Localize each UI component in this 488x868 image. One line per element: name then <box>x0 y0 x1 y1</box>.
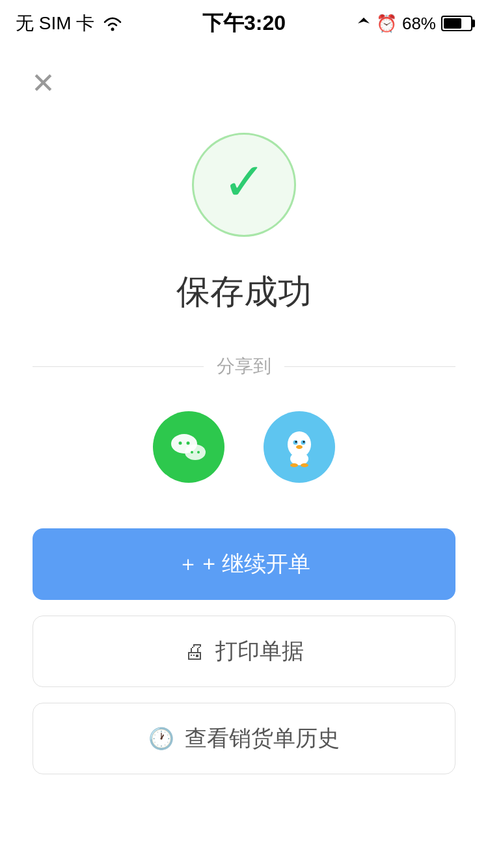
qq-icon <box>278 426 321 468</box>
svg-point-4 <box>186 441 189 444</box>
close-icon: ✕ <box>31 69 55 98</box>
qq-share-button[interactable] <box>264 411 335 483</box>
history-label: 查看销货单历史 <box>185 724 340 753</box>
status-time: 下午3:20 <box>202 9 286 38</box>
print-label: 打印单据 <box>215 636 304 666</box>
svg-point-2 <box>185 444 206 460</box>
history-button[interactable]: 🕐 查看销货单历史 <box>33 703 455 774</box>
share-divider: 分享到 <box>33 354 455 379</box>
battery-fill <box>444 18 461 29</box>
carrier-text: 无 SIM 卡 <box>16 11 94 36</box>
svg-point-14 <box>290 463 298 467</box>
wifi-icon <box>101 15 124 32</box>
main-content: ✓ 保存成功 分享到 <box>0 107 488 868</box>
action-buttons: ＋ + 继续开单 🖨 打印单据 🕐 查看销货单历史 <box>33 528 455 774</box>
close-button[interactable]: ✕ <box>20 60 66 107</box>
continue-label: + 继续开单 <box>202 549 310 579</box>
location-icon <box>357 16 371 31</box>
svg-point-11 <box>295 441 297 442</box>
share-label: 分享到 <box>217 354 271 379</box>
plus-icon: ＋ <box>178 550 198 578</box>
svg-point-8 <box>290 452 308 465</box>
wechat-icon <box>168 429 210 465</box>
status-right: ⏰ 68% <box>357 14 472 34</box>
alarm-icon: ⏰ <box>376 14 397 34</box>
print-icon: 🖨 <box>184 640 205 664</box>
share-icons <box>153 411 335 483</box>
wechat-share-button[interactable] <box>153 411 224 483</box>
status-bar: 无 SIM 卡 下午3:20 ⏰ 68% <box>0 0 488 47</box>
svg-point-0 <box>111 28 115 31</box>
status-carrier: 无 SIM 卡 <box>16 11 124 36</box>
divider-right <box>284 366 455 367</box>
svg-point-12 <box>303 441 305 442</box>
svg-point-6 <box>197 451 200 454</box>
svg-point-3 <box>178 441 182 444</box>
print-button[interactable]: 🖨 打印单据 <box>33 616 455 687</box>
battery-percent: 68% <box>402 14 436 34</box>
divider-left <box>33 366 204 367</box>
continue-button[interactable]: ＋ + 继续开单 <box>33 528 455 600</box>
svg-point-15 <box>301 463 308 467</box>
success-title: 保存成功 <box>176 269 312 315</box>
checkmark-icon: ✓ <box>223 156 266 208</box>
success-circle: ✓ <box>192 133 296 237</box>
svg-point-5 <box>191 451 193 454</box>
svg-point-13 <box>296 445 303 449</box>
battery-bar <box>441 16 472 31</box>
history-icon: 🕐 <box>148 726 174 751</box>
